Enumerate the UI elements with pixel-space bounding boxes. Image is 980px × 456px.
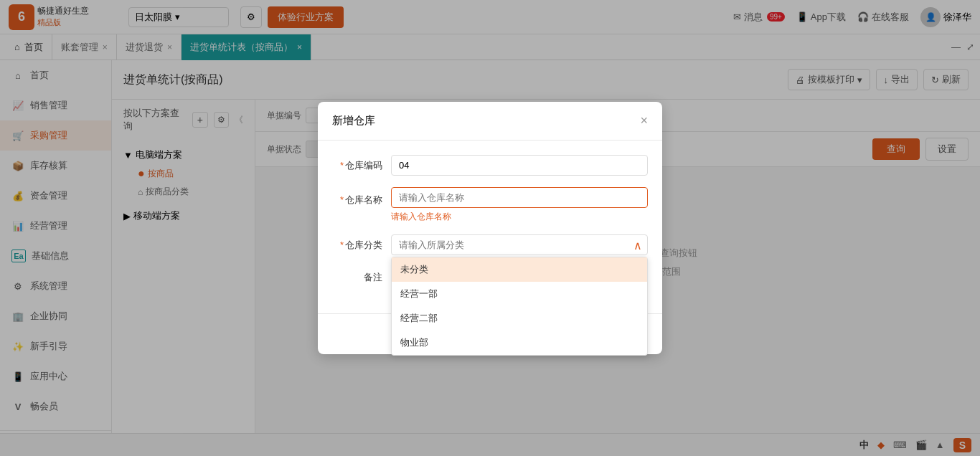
dropdown-item-dept1[interactable]: 经营一部 [392,282,647,306]
remark-label: 备注 [332,267,382,284]
warehouse-name-input[interactable] [391,187,648,208]
category-dropdown: 未分类 经营一部 经营二部 物业部 [391,257,648,356]
modal-header: 新增仓库 × [318,102,662,141]
warehouse-category-input[interactable] [391,234,648,255]
modal-title: 新增仓库 [332,114,375,128]
form-row-name: 仓库名称 请输入仓库名称 [332,187,648,223]
add-warehouse-modal: 新增仓库 × 仓库编码 仓库名称 请输入仓库名称 仓库分类 ∧ [318,102,662,354]
dropdown-item-uncategorized[interactable]: 未分类 [392,257,647,282]
warehouse-name-wrap [391,187,648,208]
dropdown-item-dept2[interactable]: 经营二部 [392,306,647,331]
warehouse-code-input[interactable] [391,155,648,176]
warehouse-category-label: 仓库分类 [332,234,382,252]
warehouse-name-label: 仓库名称 [332,189,382,206]
warehouse-name-error: 请输入仓库名称 [391,212,451,222]
warehouse-category-wrap: ∧ 未分类 经营一部 经营二部 物业部 [391,234,648,255]
form-row-category: 仓库分类 ∧ 未分类 经营一部 经营二部 物业部 [332,234,648,255]
dropdown-item-dept3[interactable]: 物业部 [392,331,647,355]
modal-body: 仓库编码 仓库名称 请输入仓库名称 仓库分类 ∧ 未分类 [318,141,662,313]
form-row-code: 仓库编码 [332,155,648,176]
warehouse-code-label: 仓库编码 [332,155,382,172]
modal-close-button[interactable]: × [640,113,648,128]
